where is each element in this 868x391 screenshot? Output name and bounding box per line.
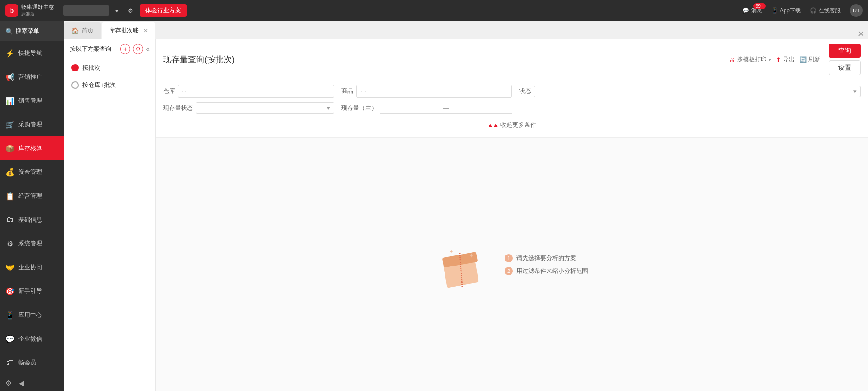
operations-icon: 📋 [5,191,15,201]
sidebar-item-new-guide[interactable]: 🎯 新手引导 [0,279,64,303]
collapse-filters-btn[interactable]: ▲▲ 收起更多条件 [163,118,861,132]
svg-text:✦: ✦ [469,252,474,259]
system-icon: ⚙ [5,239,15,248]
sidebar-item-enterprise-wechat[interactable]: 💬 企业微信 [0,327,64,351]
sidebar-item-app-center[interactable]: 📱 应用中心 [0,303,64,327]
svg-text:✦: ✦ [450,249,453,254]
settings-gear-btn[interactable]: ⚙ [125,5,136,16]
messages-badge: 99+ [753,3,766,9]
status-label: 状态 [519,87,531,95]
member-icon: 🏷 [5,358,15,367]
product-label: 商品 [341,87,353,95]
warehouse-input[interactable]: ··· [178,85,334,98]
product-input[interactable]: ··· [356,85,512,98]
page-header: 现存量查询(按批次) 🖨 按模板打印 ▾ ⬆ 导出 [156,39,868,79]
batch-dot [71,64,79,71]
quick-nav-icon: ⚡ [5,49,15,58]
sidebar-item-marketing[interactable]: 📢 营销推广 [0,65,64,89]
sidebar-item-system[interactable]: ⚙ 系统管理 [0,232,64,255]
finance-icon: 💰 [5,168,15,177]
settings-btn[interactable]: 设置 [829,60,861,75]
export-btn[interactable]: ⬆ 导出 [776,55,795,64]
sidebar-search[interactable]: 🔍 搜索菜单 [0,21,64,41]
logo-icon: b [5,4,18,17]
left-panel-title: 按以下方案查询 [70,45,111,53]
sidebar-item-finance[interactable]: 💰 资金管理 [0,160,64,184]
empty-text: 1 请先选择要分析的方案 2 用过滤条件来缩小分析范围 [505,254,588,275]
left-panel-item-warehouse-batch[interactable]: 按仓库+批次 [64,76,155,94]
tab-home[interactable]: 🏠 首页 [64,22,101,39]
print-btn[interactable]: 🖨 按模板打印 ▾ [729,55,771,64]
product-placeholder: ··· [360,87,366,95]
phone-icon: 📱 [771,7,778,14]
inv-status-dropdown-icon: ▾ [327,104,330,111]
left-panel-actions: + ⚙ « [120,44,150,54]
sidebar-item-quick-nav[interactable]: ⚡ 快捷导航 [0,41,64,65]
refresh-icon: 🔄 [799,56,807,63]
refresh-btn[interactable]: 🔄 刷新 [799,55,820,64]
left-panel-header: 按以下方案查询 + ⚙ « [64,39,155,59]
sidebar-item-inventory[interactable]: 📦 库存核算 [0,136,64,160]
collapse-up-icon: ▲▲ [488,122,499,128]
inventory-status-select[interactable]: ▾ [196,102,334,114]
home-icon: 🏠 [71,27,79,34]
sidebar-bottom: ⚙ ◀ [0,375,64,391]
marketing-icon: 📢 [5,72,15,81]
sidebar: 🔍 搜索菜单 ⚡ 快捷导航 📢 营销推广 📊 销售管理 🛒 [0,21,64,391]
sidebar-item-operations[interactable]: 📋 经营管理 [0,184,64,208]
app-download-btn[interactable]: 📱 App下载 [771,7,801,15]
sidebar-item-basic-info[interactable]: 🗂 基础信息 [0,208,64,232]
breadcrumb-input[interactable] [63,5,109,16]
left-panel: 按以下方案查询 + ⚙ « 按批次 [64,39,156,391]
query-btn[interactable]: 查询 [829,44,861,58]
top-nav-area: ▾ ⚙ 体验行业方案 [54,4,742,17]
tab-close-btn[interactable]: ✕ [143,27,148,34]
top-bar: b 畅康通好生意 标准版 ▾ ⚙ 体验行业方案 💬 消息 99+ 📱 App下载 [0,0,868,21]
sidebar-item-sales[interactable]: 📊 销售管理 [0,89,64,113]
content-area: 🏠 首页 库存批次账 ✕ ✕ 按以下方案查询 + ⚙ [64,21,868,391]
left-panel-item-batch[interactable]: 按批次 [64,59,155,76]
online-service-btn[interactable]: 🎧 在线客服 [810,7,841,15]
user-avatar-btn[interactable]: Rit [850,4,863,17]
new-guide-icon: 🎯 [5,287,15,296]
main-area: 🔍 搜索菜单 ⚡ 快捷导航 📢 营销推广 📊 销售管理 🛒 [0,21,868,391]
left-panel-collapse-btn[interactable]: « [146,45,150,53]
page-title: 现存量查询(按批次) [163,54,235,65]
sidebar-item-purchase[interactable]: 🛒 采购管理 [0,113,64,136]
print-dropdown-icon[interactable]: ▾ [769,57,771,63]
inventory-quantity-input[interactable]: — [380,103,512,114]
tab-area-close-btn[interactable]: ✕ [854,29,868,39]
export-icon: ⬆ [776,56,781,63]
dropdown-btn[interactable]: ▾ [113,5,121,16]
status-select[interactable]: ▾ [534,86,861,97]
step-1-badge: 1 [505,254,513,262]
sidebar-item-enterprise[interactable]: 🤝 企业协同 [0,255,64,279]
inventory-icon: 📦 [5,144,15,153]
tab-bar: 🏠 首页 库存批次账 ✕ ✕ [64,21,868,39]
sidebar-item-member[interactable]: 🏷 畅会员 [0,351,64,375]
message-icon: 💬 [742,7,749,14]
page-content: 按以下方案查询 + ⚙ « 按批次 [64,39,868,391]
top-right-area: 💬 消息 99+ 📱 App下载 🎧 在线客服 Rit [742,4,863,17]
logo-badge: 标准版 [21,11,54,17]
product-filter: 商品 ··· [341,85,512,98]
sidebar-settings-btn[interactable]: ⚙ [5,379,11,387]
status-filter: 状态 ▾ [519,86,861,97]
search-icon: 🔍 [5,28,13,35]
tab-batch-account[interactable]: 库存批次账 ✕ [102,22,155,39]
empty-state: ✦ ✦ 1 请先选择要分析的方案 2 用过滤条件来缩小分析范围 [156,138,868,391]
messages-btn[interactable]: 💬 消息 99+ [742,7,762,15]
inventory-quantity-label: 现存量（主） [341,104,377,112]
add-scheme-btn[interactable]: + [120,44,130,54]
logo-text: 畅康通好生意 [21,4,54,11]
avatar: Rit [850,4,863,17]
sidebar-collapse-btn[interactable]: ◀ [19,379,24,387]
headset-icon: 🎧 [810,7,817,14]
print-icon: 🖨 [729,56,735,63]
trial-btn[interactable]: 体验行业方案 [140,4,187,17]
empty-step-1: 1 请先选择要分析的方案 [505,254,588,262]
scheme-settings-btn[interactable]: ⚙ [133,44,143,54]
app-wrapper: b 畅康通好生意 标准版 ▾ ⚙ 体验行业方案 💬 消息 99+ 📱 App下载 [0,0,868,391]
empty-svg: ✦ ✦ [436,237,491,292]
top-logo: b 畅康通好生意 标准版 [5,4,54,17]
